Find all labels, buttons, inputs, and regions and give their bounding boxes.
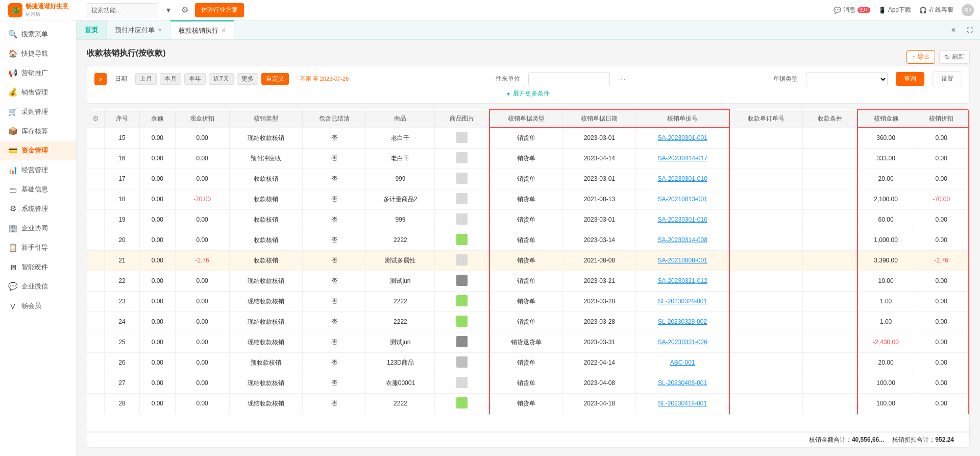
tab-close-receipt[interactable]: ✕ <box>222 28 226 33</box>
voucher-no-link[interactable]: SA-20210808-001 <box>657 257 707 264</box>
th-balance: 余额 <box>140 110 175 128</box>
tab-expand-btn[interactable]: ⛶ <box>964 24 976 36</box>
table-body: 15 0.00 0.00 现结收款核销 否 老白干 销货单 2023-03-01… <box>87 128 969 414</box>
td-receipt-order-no <box>729 230 803 250</box>
sidebar-item-search[interactable]: 🔍 搜索菜单 <box>0 25 76 44</box>
voucher-type-select[interactable] <box>806 72 888 86</box>
page-title-row: 收款核销执行(按收款) ↑ 导出 ↻ 刷新 <box>87 48 970 66</box>
solution-button[interactable]: 休验行业方案 <box>195 3 244 17</box>
setting-button[interactable]: 设置 <box>933 71 962 86</box>
table-settings-icon[interactable]: ⚙ <box>92 114 99 123</box>
date-prev-month-btn[interactable]: 上月 <box>135 73 157 85</box>
filter-expand-btn[interactable]: » <box>94 73 107 85</box>
table-row: 21 0.00 -2.76 收款核销 否 测试多属性 销货单 2021-08-0… <box>87 250 969 271</box>
sidebar-item-hardware[interactable]: 🖥 智能硬件 <box>0 257 76 277</box>
sidebar-item-finance[interactable]: 💳 资金管理 <box>0 141 76 160</box>
table-scroll[interactable]: ⚙ 序号 余额 现金折扣 核销类型 包含已结清 商品 商品图片 核销单据类型 <box>87 109 969 431</box>
refresh-button[interactable]: ↻ 刷新 <box>939 50 970 64</box>
voucher-no-link[interactable]: SA-20230414-017 <box>657 155 707 162</box>
td-balance: 0.00 <box>140 291 175 311</box>
td-no: 22 <box>105 271 140 291</box>
headset-icon: 🎧 <box>919 7 927 14</box>
td-cash-discount: 0.00 <box>175 209 229 230</box>
td-verify-discount: 0.00 <box>914 169 969 189</box>
td-settings <box>87 169 105 189</box>
voucher-no-link[interactable]: SL-20230418-001 <box>658 400 707 407</box>
voucher-no-link[interactable]: SA-20210813-001 <box>657 196 707 203</box>
date-cur-month-btn[interactable]: 本月 <box>160 73 181 85</box>
th-receipt-condition: 收款条件 <box>803 110 857 128</box>
td-voucher-type: 销货单 <box>489 250 563 271</box>
voucher-no-link[interactable]: SL-20230408-001 <box>658 379 707 387</box>
date-year-btn[interactable]: 本年 <box>184 73 206 85</box>
sidebar-item-marketing[interactable]: 📢 营销推广 <box>0 63 76 83</box>
avatar[interactable]: Rit <box>962 4 974 16</box>
search-input[interactable] <box>87 3 158 17</box>
sidebar-item-basic[interactable]: 🗃 基础信息 <box>0 180 76 199</box>
td-receipt-condition <box>803 189 857 209</box>
voucher-no-link[interactable]: ABC-001 <box>670 359 695 366</box>
sidebar-item-sales[interactable]: 💰 销售管理 <box>0 83 76 102</box>
voucher-no-link[interactable]: SA-20230331-026 <box>657 339 707 346</box>
td-voucher-type: 销货单 <box>489 230 563 250</box>
date-more-btn[interactable]: 更多 <box>237 73 258 85</box>
table-row: 23 0.00 0.00 现结收款核销 否 2222 销货单 2023-03-2… <box>87 291 969 311</box>
td-no: 28 <box>105 393 140 414</box>
tab-home[interactable]: 首页 <box>77 20 107 39</box>
tab-actions: ✕ ⛶ <box>943 20 980 39</box>
td-voucher-type: 销货单 <box>489 291 563 311</box>
td-voucher-no: ABC-001 <box>636 352 729 373</box>
td-settings <box>87 209 105 230</box>
td-cash-discount: 0.00 <box>175 291 229 311</box>
date-custom-btn[interactable]: 自定义 <box>261 73 289 85</box>
voucher-no-link[interactable]: SA-20230314-008 <box>657 236 707 244</box>
sidebar-item-operation[interactable]: 📊 经营管理 <box>0 160 76 180</box>
footer-verify-discount: 核销折扣合计：952.24 <box>892 436 954 444</box>
sidebar-item-nav[interactable]: 🏠 快捷导航 <box>0 44 76 63</box>
chevron-down-icon: ▾ <box>507 90 510 98</box>
td-verify-type: 现结收款核销 <box>229 311 302 332</box>
td-no: 26 <box>105 352 140 373</box>
tab-prepay[interactable]: 预付冲应付单 ✕ <box>107 20 170 39</box>
chevron-down-icon[interactable]: ▾ <box>162 4 175 16</box>
td-product-img <box>435 148 489 169</box>
td-verify-discount: -2.76 <box>914 250 969 271</box>
sidebar-item-corp[interactable]: 🏢 企业协同 <box>0 219 76 238</box>
td-verify-amount: 20.00 <box>857 169 914 189</box>
td-balance: 0.00 <box>140 189 175 209</box>
message-btn[interactable]: 💬 消息 99+ <box>834 6 870 14</box>
td-no: 24 <box>105 311 140 332</box>
app-download-btn[interactable]: 📱 App下载 <box>878 6 911 14</box>
td-no: 15 <box>105 128 140 148</box>
sidebar-item-inventory[interactable]: 📦 库存核算 <box>0 122 76 141</box>
sidebar-item-member[interactable]: V 畅会员 <box>0 296 76 316</box>
filter-expand-row[interactable]: ▾ 展开更多条件 <box>94 89 962 98</box>
voucher-no-link[interactable]: SA-20230301-010 <box>657 175 707 182</box>
voucher-no-link[interactable]: SL-20230328-001 <box>658 298 707 305</box>
sidebar-item-purchase[interactable]: 🛒 采购管理 <box>0 102 76 122</box>
partner-input[interactable] <box>528 72 610 86</box>
th-include-settled: 包含已结清 <box>302 110 366 128</box>
td-voucher-date: 2023-03-01 <box>563 169 636 189</box>
tab-close-btn[interactable]: ✕ <box>947 24 960 36</box>
td-verify-amount: -2,430.00 <box>857 332 914 352</box>
query-button[interactable]: 查询 <box>896 72 924 86</box>
sidebar-item-system[interactable]: ⚙ 系统管理 <box>0 199 76 219</box>
sidebar-item-wechat[interactable]: 💬 企业微信 <box>0 277 76 296</box>
voucher-no-link[interactable]: SL-20230328-002 <box>658 318 707 325</box>
gear-icon[interactable]: ⚙ <box>179 4 191 16</box>
tab-close-prepay[interactable]: ✕ <box>158 27 162 33</box>
table-footer: 核销金额合计：40,556,66... 核销折扣合计：952.24 <box>87 431 969 447</box>
refresh-icon: ↻ <box>945 54 950 61</box>
online-service-btn[interactable]: 🎧 在线客服 <box>919 6 953 14</box>
sidebar-item-guide[interactable]: 📋 新手引导 <box>0 238 76 257</box>
tab-receipt[interactable]: 收款核销执行 ✕ <box>170 20 234 39</box>
date-7day-btn[interactable]: 近7天 <box>209 73 234 85</box>
voucher-no-link[interactable]: SA-20230301-010 <box>657 216 707 223</box>
td-balance: 0.00 <box>140 352 175 373</box>
export-button[interactable]: ↑ 导出 <box>906 50 935 64</box>
voucher-no-link[interactable]: SA-20230301-001 <box>657 134 707 141</box>
td-verify-amount: 100.00 <box>857 393 914 414</box>
td-include-settled: 否 <box>302 209 366 230</box>
voucher-no-link[interactable]: SA-20230321-012 <box>657 277 707 284</box>
